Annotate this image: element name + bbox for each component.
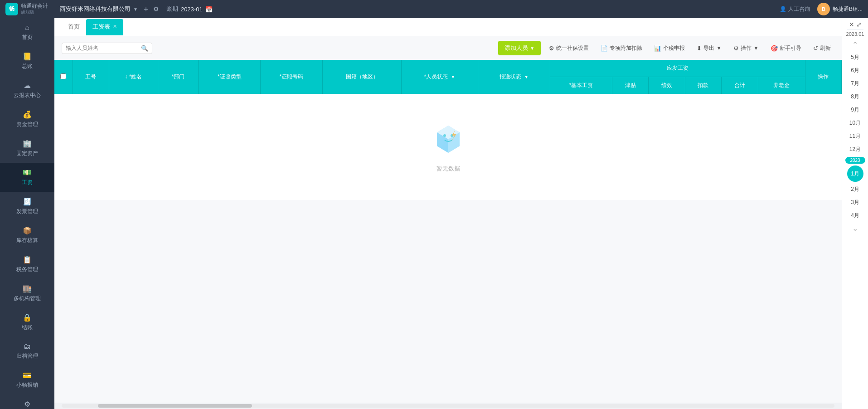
th-personnel-status: *人员状态 ▼ <box>402 60 478 94</box>
app-edition: 旗舰版 <box>21 9 48 15</box>
sidebar-item-tax[interactable]: 📋 税务管理 <box>0 250 54 279</box>
panel-close-button[interactable]: ✕ <box>849 21 854 28</box>
month-item-8[interactable]: 8月 <box>842 90 868 103</box>
month-item-6[interactable]: 6月 <box>842 64 868 77</box>
th-salary-group: 应发工资 <box>550 60 805 77</box>
tab-payroll[interactable]: 工资表 ✕ <box>86 19 123 35</box>
th-deduction: 扣款 <box>685 77 721 94</box>
panel-up-arrow[interactable]: ⌃ <box>850 39 860 51</box>
user-menu[interactable]: B 畅捷通B组... <box>817 3 863 15</box>
special-deduct-icon: 📄 <box>601 45 608 52</box>
special-deduct-action[interactable]: 📄 专项附加扣除 <box>597 43 646 54</box>
personnel-status-filter-icon[interactable]: ▼ <box>451 74 456 79</box>
service-label: 人工咨询 <box>788 5 810 13</box>
sidebar-item-inventory[interactable]: 📦 库存核算 <box>0 221 54 250</box>
company-dropdown-icon: ▼ <box>133 7 138 12</box>
assets-icon: 🏢 <box>23 139 32 148</box>
table-container: 工号 ↕ *姓名 *部门 *证照类型 *证照号码 国籍（地区） *人员状态 ▼ … <box>54 60 842 403</box>
special-deduct-label: 专项附加扣除 <box>610 44 642 52</box>
month-item-10[interactable]: 10月 <box>842 117 868 130</box>
th-performance: 绩效 <box>649 77 685 94</box>
expense-icon: 💳 <box>23 371 32 380</box>
top-bar: 畅 畅通好会计 旗舰版 西安虾米网络科技有限公司 ▼ ＋ ⚙ 账期 2023-0… <box>0 0 868 18</box>
th-employee-no: 工号 <box>73 60 109 94</box>
guide-action-icon: 🎯 <box>771 45 778 52</box>
month-item-7[interactable]: 7月 <box>842 77 868 90</box>
right-month-panel: ✕ ⤢ 2023.01 ⌃ 5月 6月 7月 8月 9月 10月 11月 12月… <box>842 18 868 409</box>
sidebar-item-settings[interactable]: ⚙ 基础设置 <box>0 394 54 409</box>
sidebar-item-payroll[interactable]: 💵 工资 <box>0 163 54 192</box>
report-status-filter-icon[interactable]: ▼ <box>524 74 529 79</box>
toolbar: 🔍 添加人员 ▼ ⚙ 统一社保设置 📄 专项附加扣除 📊 个税申报 <box>54 36 842 60</box>
search-icon: 🔍 <box>141 45 148 52</box>
table-scrollbar-thumb <box>98 404 252 408</box>
operate-label: 操作 <box>741 44 752 52</box>
search-input[interactable] <box>66 45 138 51</box>
sidebar-item-label: 总账 <box>22 63 33 70</box>
sidebar-item-label: 云报表中心 <box>14 92 41 99</box>
empty-state: 暂无数据 <box>54 94 842 200</box>
payroll-icon: 💵 <box>23 168 32 177</box>
add-person-arrow-icon: ▼ <box>530 46 534 51</box>
sidebar-item-label: 资金管理 <box>16 121 38 128</box>
period-value: 2023-01 <box>181 6 203 13</box>
refresh-action[interactable]: ↺ 刷新 <box>810 43 834 54</box>
sidebar-item-home[interactable]: ⌂ 首页 <box>0 18 54 47</box>
sidebar-item-invoice[interactable]: 🧾 发票管理 <box>0 192 54 221</box>
add-person-button[interactable]: 添加人员 ▼ <box>498 41 541 55</box>
panel-down-arrow[interactable]: ⌄ <box>850 222 860 234</box>
month-item-5[interactable]: 5月 <box>842 51 868 64</box>
sidebar-item-archive[interactable]: 🗂 归档管理 <box>0 337 54 365</box>
th-name: ↕ *姓名 <box>109 60 158 94</box>
service-button[interactable]: 👤 人工咨询 <box>780 5 810 13</box>
content-right-wrap: 首页 工资表 ✕ 🔍 添加人员 ▼ ⚙ <box>54 18 868 409</box>
company-selector[interactable]: 西安虾米网络科技有限公司 ▼ <box>60 5 138 13</box>
export-action[interactable]: ⬇ 导出 ▼ <box>693 43 725 54</box>
month-item-9[interactable]: 9月 <box>842 103 868 117</box>
export-label: 导出 <box>703 44 714 52</box>
export-arrow-icon: ▼ <box>716 45 722 51</box>
month-item-11[interactable]: 11月 <box>842 130 868 143</box>
inventory-icon: 📦 <box>23 226 32 235</box>
sidebar-item-multi-org[interactable]: 🏬 多机构管理 <box>0 279 54 308</box>
table-scrollbar[interactable] <box>62 404 834 408</box>
month-item-12[interactable]: 12月 <box>842 143 868 156</box>
sidebar-item-cloud-report[interactable]: ☁ 云报表中心 <box>0 76 54 105</box>
settings-icon[interactable]: ⚙ <box>153 5 159 13</box>
month-item-3[interactable]: 3月 <box>842 196 868 209</box>
period-label: 账期 <box>166 5 178 13</box>
tab-home[interactable]: 首页 <box>62 19 86 35</box>
main-layout: ⌂ 首页 📒 总账 ☁ 云报表中心 💰 资金管理 🏢 固定资产 💵 工资 🧾 发… <box>0 18 868 409</box>
sidebar-item-label: 工资 <box>22 179 33 186</box>
sidebar-item-ledger[interactable]: 📒 总账 <box>0 47 54 76</box>
close-account-icon: 🔒 <box>23 313 32 322</box>
th-base-salary: *基本工资 <box>550 77 612 94</box>
operate-arrow-icon: ▼ <box>753 45 759 51</box>
tab-close-icon[interactable]: ✕ <box>113 24 117 29</box>
sidebar-item-fund[interactable]: 💰 资金管理 <box>0 105 54 134</box>
personal-tax-action[interactable]: 📊 个税申报 <box>650 43 689 54</box>
social-security-action[interactable]: ⚙ 统一社保设置 <box>545 43 592 54</box>
sidebar-item-expense[interactable]: 💳 小畅报销 <box>0 365 54 394</box>
fund-icon: 💰 <box>23 110 32 119</box>
th-actions: 操作 <box>805 60 842 94</box>
sidebar-item-label: 固定资产 <box>16 150 38 157</box>
guide-action[interactable]: 🎯 新手引导 <box>767 43 805 54</box>
calendar-icon[interactable]: 📅 <box>205 6 213 13</box>
sidebar-item-close-account[interactable]: 🔒 结账 <box>0 308 54 337</box>
tax-icon: 📋 <box>23 255 32 264</box>
operate-action[interactable]: ⚙ 操作 ▼ <box>730 43 762 54</box>
month-item-1[interactable]: 1月 <box>847 166 863 182</box>
app-name: 畅通好会计 <box>21 3 48 9</box>
add-company-button[interactable]: ＋ <box>142 5 150 14</box>
month-item-2[interactable]: 2月 <box>842 183 868 196</box>
table-scrollbar-track <box>54 403 842 409</box>
month-item-4[interactable]: 4月 <box>842 209 868 222</box>
th-checkbox[interactable] <box>54 60 73 94</box>
settings-icon: ⚙ <box>24 400 30 409</box>
panel-expand-button[interactable]: ⤢ <box>856 21 862 28</box>
select-all-checkbox[interactable] <box>60 73 66 79</box>
sidebar-item-fixed-assets[interactable]: 🏢 固定资产 <box>0 134 54 163</box>
sidebar-item-label: 多机构管理 <box>14 295 41 302</box>
table-section: 工号 ↕ *姓名 *部门 *证照类型 *证照号码 国籍（地区） *人员状态 ▼ … <box>54 60 842 409</box>
